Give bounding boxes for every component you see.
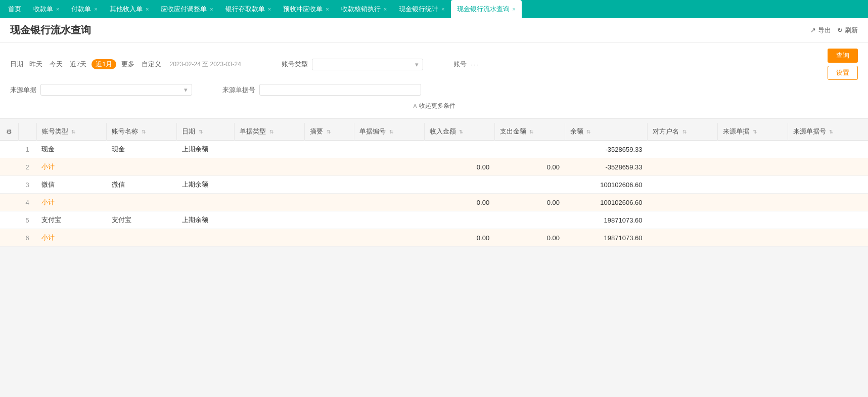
balance-cell: -3528659.33: [565, 158, 647, 176]
nav-item-home[interactable]: 首页: [2, 0, 27, 18]
account-name-cell: [107, 194, 177, 211]
gear-column-header[interactable]: ⚙: [0, 123, 18, 141]
close-icon[interactable]: ×: [56, 6, 59, 12]
date-btn-1month[interactable]: 近1月: [92, 59, 116, 69]
gear-cell: [0, 158, 18, 176]
row-number: 6: [18, 229, 36, 247]
table-body: 1 现金 现金 上期余额 -3528659.33 2 小计 0.00 0.00 …: [0, 141, 868, 247]
close-icon[interactable]: ×: [210, 6, 213, 12]
doc-type-cell: [235, 194, 305, 211]
date-btn-yesterday[interactable]: 昨天: [27, 59, 44, 69]
doc-no-cell: [354, 211, 424, 229]
doc-type-column-header[interactable]: 单据类型 ⇅: [235, 123, 305, 141]
table-row[interactable]: 3 微信 微信 上期余额 100102606.60: [0, 176, 868, 194]
account-type-column-header[interactable]: 账号类型 ⇅: [36, 123, 107, 141]
refresh-button[interactable]: ↻ 刷新: [837, 26, 858, 35]
account-type-col-label: 账号类型: [42, 127, 68, 135]
counterpart-column-header[interactable]: 对方户名 ⇅: [648, 123, 718, 141]
export-label: 导出: [818, 26, 831, 35]
sort-icon: ⇅: [586, 129, 590, 135]
close-icon[interactable]: ×: [146, 6, 149, 12]
nav-item-bank-deposit[interactable]: 银行存取款单 ×: [219, 0, 277, 18]
account-type-label: 账号类型: [282, 60, 308, 69]
nav-label: 收款单: [33, 5, 53, 14]
sort-icon: ⇅: [389, 129, 393, 135]
income-cell: 0.00: [424, 194, 494, 211]
table-row[interactable]: 6 小计 0.00 0.00 19871073.60: [0, 229, 868, 247]
close-icon[interactable]: ×: [326, 6, 329, 12]
nav-item-other-income[interactable]: 其他收入单 ×: [104, 0, 155, 18]
close-icon[interactable]: ×: [384, 6, 387, 12]
income-column-header[interactable]: 收入金额 ⇅: [424, 123, 494, 141]
income-cell: 0.00: [424, 158, 494, 176]
nav-item-fukuan[interactable]: 付款单 ×: [65, 0, 103, 18]
nav-item-writeoff[interactable]: 收款核销执行 ×: [335, 0, 393, 18]
source-doc-column-header[interactable]: 来源单据 ⇅: [717, 123, 788, 141]
doc-no-cell: [354, 141, 424, 158]
table-area: ⚙ 账号类型 ⇅ 账号名称 ⇅ 日期 ⇅ 单据类型 ⇅: [0, 123, 868, 247]
source-doc-label: 来源单据: [10, 85, 36, 95]
close-icon[interactable]: ×: [268, 6, 271, 12]
gear-cell: [0, 194, 18, 211]
date-btn-custom[interactable]: 自定义: [140, 59, 163, 69]
date-btn-today[interactable]: 今天: [48, 59, 65, 69]
source-doc-no-column-header[interactable]: 来源单据号 ⇅: [788, 123, 868, 141]
doc-no-cell: [354, 194, 424, 211]
chevron-down-icon: ▾: [184, 86, 188, 94]
summary-col-label: 摘要: [310, 127, 323, 135]
doc-type-cell: [235, 211, 305, 229]
date-cell: 上期余额: [177, 211, 235, 229]
row-number: 4: [18, 194, 36, 211]
source-doc-cell: [717, 194, 788, 211]
balance-column-header[interactable]: 余额 ⇅: [565, 123, 647, 141]
account-name-cell: 支付宝: [107, 211, 177, 229]
date-btn-more[interactable]: 更多: [119, 59, 136, 69]
expense-cell: [494, 141, 565, 158]
export-button[interactable]: ↗ 导出: [810, 26, 831, 35]
table-row[interactable]: 5 支付宝 支付宝 上期余额 19871073.60: [0, 211, 868, 229]
close-icon[interactable]: ×: [513, 6, 516, 12]
nav-item-bank-stats[interactable]: 现金银行统计 ×: [393, 0, 450, 18]
source-doc-select[interactable]: ▾: [40, 84, 192, 96]
date-column-header[interactable]: 日期 ⇅: [177, 123, 235, 141]
summary-column-header[interactable]: 摘要 ⇅: [305, 123, 354, 141]
source-doc-no-col-label: 来源单据号: [793, 127, 826, 135]
nav-label: 付款单: [71, 5, 91, 14]
settings-button[interactable]: 设置: [828, 66, 858, 80]
nav-item-shoukuan[interactable]: 收款单 ×: [27, 0, 65, 18]
nav-item-bank-flow[interactable]: 现金银行流水查询 ×: [451, 0, 522, 18]
sort-icon: ⇅: [829, 129, 833, 135]
table-row[interactable]: 2 小计 0.00 0.00 -3528659.33: [0, 158, 868, 176]
expense-column-header[interactable]: 支出金额 ⇅: [494, 123, 565, 141]
table-row[interactable]: 4 小计 0.00 0.00 100102606.60: [0, 194, 868, 211]
doc-type-cell: [235, 229, 305, 247]
counterpart-cell: [648, 176, 718, 194]
doc-no-cell: [354, 176, 424, 194]
close-icon[interactable]: ×: [94, 6, 97, 12]
account-name-column-header[interactable]: 账号名称 ⇅: [107, 123, 177, 141]
row-number: 2: [18, 158, 36, 176]
source-doc-cell: [717, 158, 788, 176]
page-title: 现金银行流水查询: [10, 23, 91, 37]
table-row[interactable]: 1 现金 现金 上期余额 -3528659.33: [0, 141, 868, 158]
close-icon[interactable]: ×: [441, 6, 444, 12]
data-table: ⚙ 账号类型 ⇅ 账号名称 ⇅ 日期 ⇅ 单据类型 ⇅: [0, 123, 868, 247]
nav-item-adjust[interactable]: 应收应付调整单 ×: [155, 0, 219, 18]
date-btn-7days[interactable]: 近7天: [68, 59, 88, 69]
collapse-bar[interactable]: ∧ 收起更多条件: [10, 100, 858, 112]
query-button[interactable]: 查询: [828, 49, 858, 63]
counterpart-cell: [648, 141, 718, 158]
account-type-cell: 现金: [36, 141, 107, 158]
expense-cell: [494, 211, 565, 229]
export-icon: ↗: [810, 26, 816, 34]
doc-type-cell: [235, 158, 305, 176]
top-nav: 首页 收款单 × 付款单 × 其他收入单 × 应收应付调整单 × 银行存取款单 …: [0, 0, 868, 18]
nav-item-prepay[interactable]: 预收冲应收单 ×: [277, 0, 335, 18]
account-type-select[interactable]: ▾: [312, 59, 423, 70]
doc-no-column-header[interactable]: 单据编号 ⇅: [354, 123, 424, 141]
source-doc-no-input[interactable]: [259, 84, 421, 96]
counterpart-cell: [648, 194, 718, 211]
date-cell: 上期余额: [177, 176, 235, 194]
nav-label: 现金银行统计: [399, 5, 438, 14]
nav-label: 应收应付调整单: [161, 5, 207, 14]
